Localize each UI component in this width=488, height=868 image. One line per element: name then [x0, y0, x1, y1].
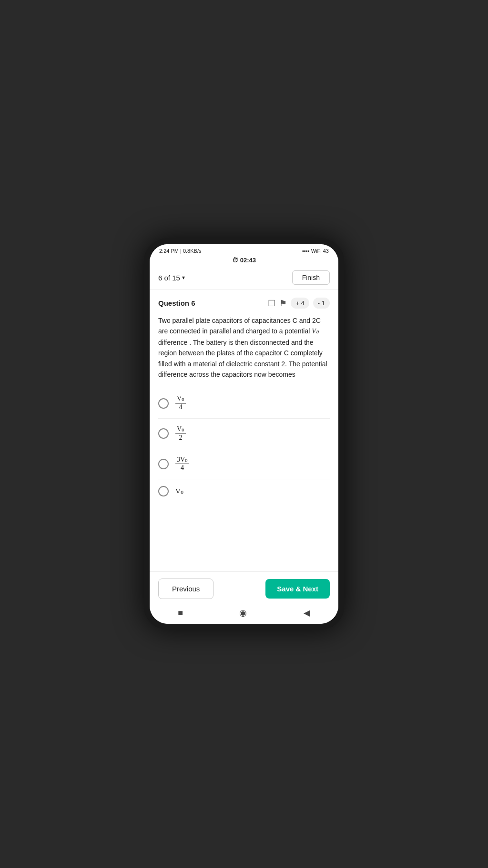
previous-button[interactable]: Previous: [158, 579, 214, 599]
fraction-b-denominator: 2: [178, 434, 184, 442]
fraction-b-numerator: V₀: [175, 425, 186, 434]
finish-button[interactable]: Finish: [292, 270, 330, 285]
status-right: ▪▪▪▪ WiFi 43: [302, 248, 329, 254]
signal-icon: ▪▪▪▪: [302, 248, 310, 254]
fraction-b: V₀ 2: [175, 425, 186, 442]
question-v0: V₀: [312, 328, 319, 335]
save-next-button[interactable]: Save & Next: [265, 579, 330, 599]
square-nav-icon[interactable]: ■: [178, 608, 183, 618]
question-text-part2: difference: [158, 339, 187, 346]
timer-display: ⏱ 02:43: [232, 257, 256, 264]
status-bar: 2:24 PM | 0.8KB/s ▪▪▪▪ WiFi 43: [150, 244, 338, 256]
phone-screen: 2:24 PM | 0.8KB/s ▪▪▪▪ WiFi 43 ⏱ 02:43 6…: [150, 244, 338, 624]
radio-b[interactable]: [158, 428, 169, 439]
fraction-c-numerator: 3V₀: [175, 456, 189, 465]
radio-d[interactable]: [158, 486, 169, 496]
option-b-value: V₀ 2: [175, 425, 186, 442]
bottom-nav: Previous Save & Next: [150, 571, 338, 604]
option-c[interactable]: 3V₀ 4: [158, 449, 330, 480]
option-a[interactable]: V₀ 4: [158, 388, 330, 419]
fraction-a: V₀ 4: [175, 395, 186, 412]
fraction-a-denominator: 4: [178, 403, 184, 412]
bookmark-icon[interactable]: ☐: [268, 298, 275, 309]
fraction-c: 3V₀ 4: [175, 456, 189, 473]
radio-a[interactable]: [158, 398, 169, 409]
quiz-progress: 6 of 15 ▾: [158, 274, 185, 282]
chevron-down-icon[interactable]: ▾: [182, 274, 185, 281]
options-list: V₀ 4 V₀ 2: [158, 388, 330, 503]
phone-frame: 2:24 PM | 0.8KB/s ▪▪▪▪ WiFi 43 ⏱ 02:43 6…: [144, 238, 344, 630]
fraction-a-numerator: V₀: [175, 395, 186, 403]
radio-c[interactable]: [158, 459, 169, 469]
status-left: 2:24 PM | 0.8KB/s: [159, 248, 201, 254]
phone-nav-bar: ■ ◉ ◀: [150, 604, 338, 624]
progress-text: 6 of 15: [158, 274, 180, 282]
positive-mark-badge: + 4: [291, 298, 309, 309]
question-header: Question 6 ☐ ⚑ + 4 - 1: [158, 298, 330, 309]
option-c-value: 3V₀ 4: [175, 456, 189, 473]
question-text-part1: Two parallel plate capacitors of capacit…: [158, 317, 321, 335]
negative-mark-badge: - 1: [313, 298, 330, 309]
option-d-value: V₀: [175, 487, 183, 496]
quiz-content: Question 6 ☐ ⚑ + 4 - 1 Two parallel plat…: [150, 290, 338, 571]
wifi-icon: WiFi: [311, 248, 322, 254]
question-actions: ☐ ⚑ + 4 - 1: [268, 298, 330, 309]
timer-bar: ⏱ 02:43: [150, 256, 338, 266]
option-d[interactable]: V₀: [158, 479, 330, 503]
back-nav-icon[interactable]: ◀: [304, 608, 310, 618]
question-label: Question 6: [158, 299, 195, 307]
fraction-c-denominator: 4: [179, 464, 185, 472]
battery: 43: [323, 248, 329, 254]
home-nav-icon[interactable]: ◉: [239, 608, 247, 618]
option-b[interactable]: V₀ 2: [158, 419, 330, 449]
question-text: Two parallel plate capacitors of capacit…: [158, 315, 330, 380]
quiz-header: 6 of 15 ▾ Finish: [150, 266, 338, 290]
flag-icon[interactable]: ⚑: [279, 298, 287, 309]
option-a-value: V₀ 4: [175, 395, 186, 412]
